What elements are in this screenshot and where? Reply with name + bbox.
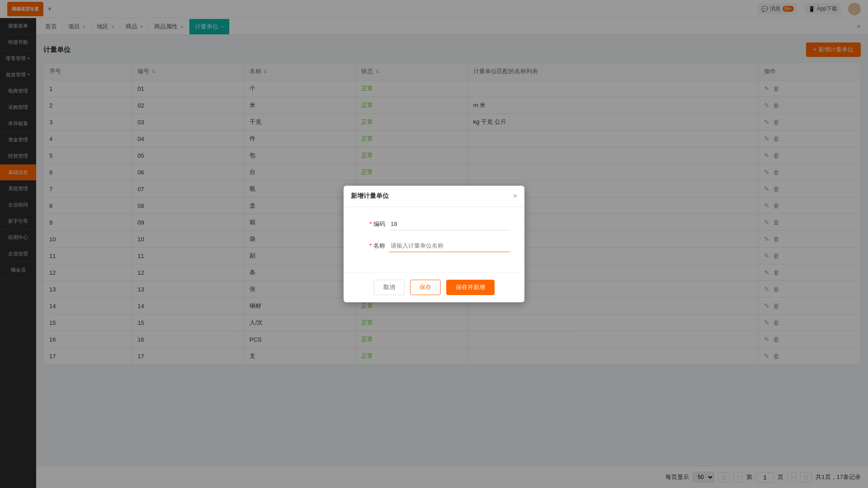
form-row-name: 名称	[358, 239, 510, 252]
save-new-button[interactable]: 保存并新增	[446, 280, 495, 295]
modal-header: 新增计量单位 ×	[344, 186, 524, 207]
modal-title: 新增计量单位	[351, 192, 389, 200]
form-row-code: 编码	[358, 218, 510, 230]
modal-body: 编码 名称	[344, 207, 524, 272]
code-label: 编码	[358, 220, 385, 228]
modal-close-btn[interactable]: ×	[513, 192, 517, 200]
code-input[interactable]	[389, 218, 510, 230]
modal-footer: 取消 保存 保存并新增	[344, 272, 524, 302]
save-button[interactable]: 保存	[410, 280, 441, 295]
modal-overlay: 新增计量单位 × 编码 名称 取消 保存 保存并新增	[0, 0, 868, 488]
name-input[interactable]	[389, 239, 510, 252]
name-label: 名称	[358, 242, 385, 250]
add-unit-modal: 新增计量单位 × 编码 名称 取消 保存 保存并新增	[344, 186, 524, 302]
cancel-button[interactable]: 取消	[374, 280, 405, 295]
